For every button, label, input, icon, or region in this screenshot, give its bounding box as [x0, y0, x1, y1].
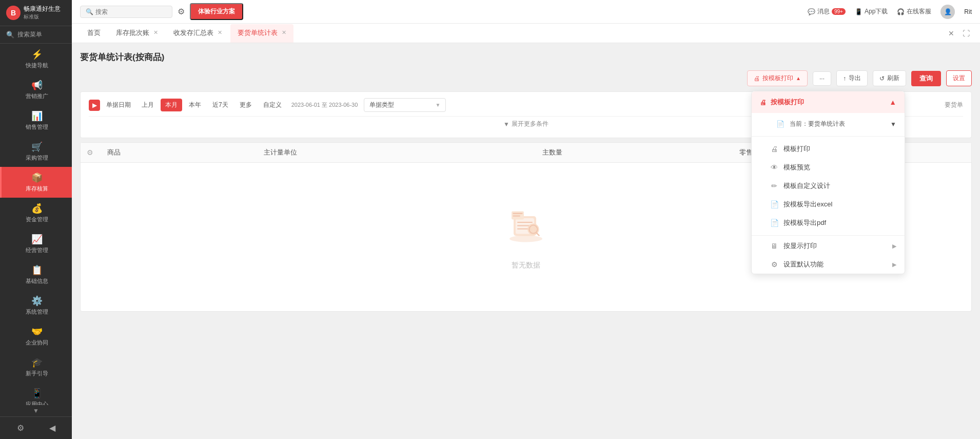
dropdown-header[interactable]: 🖨 按模板打印 ▲ — [752, 91, 905, 113]
sidebar-item-purchase[interactable]: 🛒 采购管理 — [0, 136, 72, 167]
tab-receipt-summary[interactable]: 收发存汇总表 ✕ — [166, 24, 229, 43]
order-type-select[interactable]: 单据类型 ▼ — [364, 98, 446, 112]
dropdown-item-template-print[interactable]: 🖨 模板打印 — [752, 140, 905, 158]
date-pill-this-month[interactable]: 本月 — [161, 99, 182, 111]
tab-order-stats[interactable]: 要货单统计表 ✕ — [230, 24, 293, 43]
marketing-icon: 📢 — [31, 80, 43, 91]
default-func-expand-icon: ▶ — [892, 261, 896, 268]
username-label: Rit — [964, 8, 972, 15]
sidebar-item-guide[interactable]: 🎓 新手引导 — [0, 352, 72, 383]
sidebar-item-app[interactable]: 📱 应用中心 — [0, 383, 72, 405]
tab-batch-account[interactable]: 库存批次账 ✕ — [109, 24, 165, 43]
filter-expand-arrow[interactable]: ▶ — [89, 100, 100, 111]
user-avatar[interactable]: 👤 — [940, 5, 955, 19]
dropdown-section-current: 📄 当前：要货单统计表 ▼ — [752, 113, 905, 135]
template-design-icon: ✏ — [770, 182, 778, 190]
dropdown-section-items: 🖨 模板打印 👁 模板预览 ✏ 模板自定义设计 — [752, 138, 905, 234]
tab-home[interactable]: 首页 — [80, 24, 108, 43]
topbar-right: 💬 消息 99+ 📱 App下载 🎧 在线客服 👤 Rit — [808, 5, 972, 19]
template-pdf-icon: 📄 — [770, 219, 778, 227]
inventory-icon: 📦 — [31, 172, 43, 183]
display-print-icon: 🖥 — [770, 242, 778, 250]
display-print-expand-icon: ▶ — [892, 243, 896, 250]
sidebar-logo: B 畅康通好生意 标准版 — [0, 0, 72, 26]
template-preview-icon: 👁 — [770, 163, 778, 171]
chevron-down-icon: ▼ — [33, 407, 39, 414]
dropdown-divider-2 — [752, 235, 905, 236]
refresh-button[interactable]: ↺ 刷新 — [873, 70, 906, 86]
sidebar-bottom: ⚙ ◀ — [0, 416, 72, 439]
toolbar: 🖨 按模板打印 ▲ ··· ↑ 导出 ↺ 刷新 查询 设置 🖨 — [80, 70, 972, 86]
guide-icon: 🎓 — [31, 357, 43, 368]
date-pill-last-month[interactable]: 上月 — [137, 99, 159, 111]
sidebar-item-system[interactable]: ⚙️ 系统管理 — [0, 290, 72, 321]
date-pill-custom[interactable]: 自定义 — [259, 99, 286, 111]
empty-illustration — [500, 204, 552, 255]
tabs-close-all-button[interactable]: ✕ — [946, 28, 956, 39]
sidebar-item-operation[interactable]: 📈 经营管理 — [0, 228, 72, 259]
chevron-up-icon: ▲ — [796, 75, 801, 81]
sidebar-item-inventory[interactable]: 📦 库存核算 — [0, 167, 72, 198]
query-button[interactable]: 查询 — [911, 71, 941, 86]
date-pill-7days[interactable]: 近7天 — [208, 99, 233, 111]
svg-point-0 — [509, 236, 542, 242]
sidebar-scroll-down[interactable]: ▼ — [0, 405, 72, 416]
sidebar-item-marketing[interactable]: 📢 营销推广 — [0, 74, 72, 105]
sidebar-item-basic[interactable]: 📋 基础信息 — [0, 259, 72, 290]
sidebar-search-menu[interactable]: 🔍 搜索菜单 — [0, 26, 72, 44]
dropdown-collapse-icon[interactable]: ▲ — [889, 98, 896, 106]
dropdown-item-preview-left: 👁 模板预览 — [770, 163, 810, 172]
tab-close-batch-account[interactable]: ✕ — [153, 29, 158, 36]
tabs-expand-button[interactable]: ⛶ — [961, 28, 972, 39]
export-button[interactable]: ↑ 导出 — [836, 70, 868, 86]
logo-icon: B — [6, 6, 21, 20]
date-pill-more[interactable]: 更多 — [235, 99, 257, 111]
sidebar-item-finance[interactable]: 💰 资金管理 — [0, 198, 72, 228]
search-input[interactable] — [95, 8, 162, 15]
phone-icon: 📱 — [855, 8, 863, 15]
search-icon: 🔍 — [6, 31, 14, 39]
tabs-bar-right: ✕ ⛶ — [946, 28, 972, 39]
topbar-gear-icon[interactable]: ⚙ — [178, 7, 185, 16]
settings-button[interactable]: 设置 — [946, 70, 972, 86]
template-print-icon: 🖨 — [770, 145, 778, 153]
page-header: 要货单统计表(按商品) — [80, 51, 972, 63]
messages-button[interactable]: 💬 消息 99+ — [808, 7, 846, 16]
date-range-text: 2023-06-01 至 2023-06-30 — [291, 101, 358, 109]
sidebar: B 畅康通好生意 标准版 🔍 搜索菜单 ⚡ 快捷导航 📢 营销推广 📊 销售管理… — [0, 0, 72, 439]
svg-rect-9 — [512, 211, 524, 219]
main-content: 🔍 ⚙ 体验行业方案 💬 消息 99+ 📱 App下载 🎧 在线客服 👤 Rit — [72, 0, 980, 439]
dropdown-item-display-left: 🖥 按显示打印 — [770, 241, 817, 251]
print-template-button[interactable]: 🖨 按模板打印 ▲ — [747, 70, 808, 86]
bell-icon: 💬 — [808, 8, 815, 15]
table-header-product: 商品 — [101, 143, 258, 163]
trial-button[interactable]: 体验行业方案 — [190, 3, 243, 20]
tab-close-receipt-summary[interactable]: ✕ — [218, 29, 222, 36]
date-pill-this-year[interactable]: 本年 — [184, 99, 206, 111]
tab-close-order-stats[interactable]: ✕ — [282, 29, 286, 36]
dropdown-item-default-func[interactable]: ⚙ 设置默认功能 ▶ — [752, 255, 905, 274]
more-options-button[interactable]: ··· — [813, 71, 831, 86]
table-settings-icon[interactable]: ⚙ — [87, 148, 93, 157]
sidebar-item-collab[interactable]: 🤝 企业协同 — [0, 321, 72, 352]
dropdown-current-item[interactable]: 📄 当前：要货单统计表 ▼ — [752, 115, 905, 133]
toggle-sidebar-icon[interactable]: ◀ — [47, 421, 57, 435]
dropdown-item-display-print[interactable]: 🖥 按显示打印 ▶ — [752, 237, 905, 255]
date-label: 单据日期 — [106, 101, 131, 109]
table-header-quantity: 主数量 — [536, 143, 733, 163]
date-pills: 上月 本月 本年 近7天 更多 自定义 2023-06-01 至 2023-06… — [137, 99, 358, 111]
topbar-search[interactable]: 🔍 — [80, 6, 172, 18]
online-service-button[interactable]: 🎧 在线客服 — [897, 7, 931, 16]
dropdown-item-template-preview[interactable]: 👁 模板预览 — [752, 158, 905, 177]
dropdown-item-template-excel[interactable]: 📄 按模板导出excel — [752, 195, 905, 214]
dropdown-item-template-pdf[interactable]: 📄 按模板导出pdf — [752, 214, 905, 232]
app-download-button[interactable]: 📱 App下载 — [855, 7, 888, 16]
sidebar-item-sales[interactable]: 📊 销售管理 — [0, 105, 72, 136]
dropdown-item-template-design[interactable]: ✏ 模板自定义设计 — [752, 177, 905, 195]
dropdown-printer-icon: 🖨 — [760, 99, 767, 106]
table-header-settings[interactable]: ⚙ — [81, 143, 101, 163]
table-header-unit: 主计量单位 — [258, 143, 536, 163]
settings-bottom-icon[interactable]: ⚙ — [15, 421, 26, 435]
dropdown-item-pdf-left: 📄 按模板导出pdf — [770, 218, 826, 227]
sidebar-item-quick-nav[interactable]: ⚡ 快捷导航 — [0, 44, 72, 74]
